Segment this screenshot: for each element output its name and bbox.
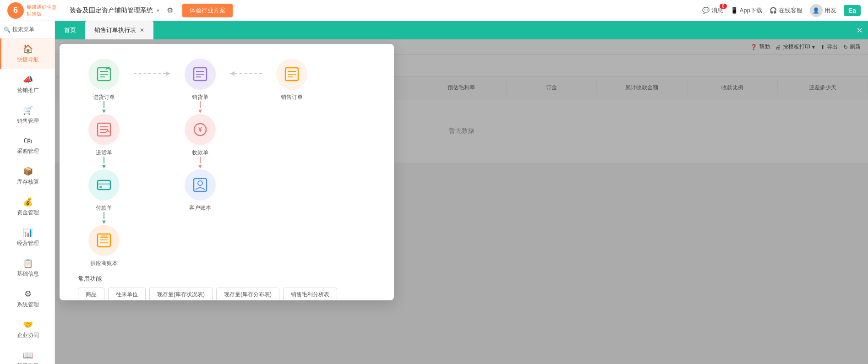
purchase-bill-node[interactable]: 进货单 — [74, 114, 134, 157]
arrow-v1: ▼ — [101, 101, 107, 114]
purchase-order-icon — [88, 59, 120, 90]
sidebar-search[interactable]: 🔍 搜索菜单 — [0, 21, 55, 38]
supplier-account-icon — [88, 225, 120, 256]
svg-point-23 — [198, 181, 202, 185]
customer-account-icon — [185, 169, 216, 201]
func-btn-stock-status[interactable]: 现存量(库存状况表) — [149, 288, 213, 300]
search-icon: 🔍 — [4, 27, 11, 33]
sidebar-item-guide[interactable]: 📖 新手引导 — [0, 345, 55, 364]
tabs-bar: 首页 销售订单执行表 ✕ ✕ — [55, 21, 868, 39]
sales-order-icon — [276, 59, 307, 90]
func-btn-stock-dist[interactable]: 现存量(库存分布表) — [216, 288, 279, 300]
box-icon: 📦 — [23, 166, 33, 176]
app-download-button[interactable]: 📱 App下载 — [731, 6, 762, 15]
money-icon: 💰 — [23, 197, 33, 207]
sales-bill-icon — [185, 59, 216, 90]
handshake-icon: 🤝 — [23, 320, 33, 330]
system-title-dropdown[interactable]: ▾ — [157, 7, 159, 14]
sidebar-item-sales[interactable]: 🛒 销售管理 — [0, 100, 55, 130]
tab-home[interactable]: 首页 — [55, 21, 85, 39]
receipt-node[interactable]: ¥ 收款单 — [170, 114, 230, 157]
message-icon: 💬 — [702, 7, 710, 14]
h-arrow-col1: ▶ — [134, 59, 170, 267]
content-area: 首页 销售订单执行表 ✕ ✕ ❓ 帮助 🖨 — [55, 21, 868, 364]
left-col: 进货订单 ▼ — [74, 59, 134, 267]
right-col: 销货单 ▼ ¥ — [170, 59, 230, 267]
purchase-bill-icon — [88, 114, 120, 145]
sidebar-item-basic-info[interactable]: 📋 基础信息 — [0, 253, 55, 283]
func-btn-sales-margin[interactable]: 销售毛利分析表 — [283, 288, 337, 300]
online-service-button[interactable]: 🎧 在线客服 — [770, 6, 802, 15]
sales-order-col: 销售订单 — [262, 59, 322, 267]
sidebar-item-purchase[interactable]: 🛍 采购管理 — [0, 130, 55, 161]
arrow-v2: ▼ — [101, 157, 107, 169]
gear-icon: ⚙ — [24, 289, 32, 299]
common-funcs-title: 常用功能 — [78, 275, 376, 283]
top-bar-right: 💬 消息 6 📱 App下载 🎧 在线客服 👤 用友 Ea — [702, 4, 861, 17]
func-btn-partner[interactable]: 往来单位 — [108, 288, 146, 300]
svg-rect-10 — [99, 186, 102, 188]
func-buttons: 商品 往来单位 现存量(库存状况表) 现存量(库存分布表) 销售毛利分析表 商品… — [78, 288, 376, 300]
logo-icon: 6 — [7, 2, 24, 19]
close-all-icon[interactable]: ✕ — [857, 26, 863, 35]
download-icon: 📱 — [731, 7, 738, 14]
customer-account-node[interactable]: 客户账本 — [170, 169, 230, 212]
message-button[interactable]: 💬 消息 6 — [702, 6, 723, 15]
headset-icon: 🎧 — [770, 7, 777, 14]
tab-close-icon[interactable]: ✕ — [140, 27, 144, 33]
receipt-icon: ¥ — [185, 114, 216, 145]
avatar: 👤 — [810, 4, 823, 17]
svg-rect-9 — [98, 183, 110, 185]
payment-icon — [88, 169, 120, 201]
logo-text: 畅康通好生意 标准版 — [27, 4, 57, 17]
h-arrow-col2: ◀ — [230, 59, 262, 267]
sidebar-item-quick-nav[interactable]: 🏠 快捷导航 — [0, 38, 55, 69]
top-bar: 6 畅康通好生意 标准版 装备及固定资产辅助管理系统 ▾ ⚙ 体验行业方案 💬 … — [0, 0, 868, 21]
clipboard-icon: 📋 — [23, 258, 33, 268]
tab-sales-order-exec[interactable]: 销售订单执行表 ✕ — [85, 21, 153, 39]
megaphone-icon: 📣 — [23, 75, 33, 85]
message-badge: 6 — [720, 4, 727, 9]
sidebar-item-finance[interactable]: 💰 资金管理 — [0, 191, 55, 222]
ea-badge: Ea — [844, 5, 861, 16]
flow-popup: 进货订单 ▼ — [60, 44, 394, 300]
home-icon: 🏠 — [23, 44, 33, 54]
arrow-v4: ▼ — [197, 101, 203, 114]
shopping-icon: 🛍 — [24, 136, 32, 146]
flow-popup-overlay[interactable]: 进货订单 ▼ — [55, 39, 868, 364]
arrow-v5: ▼ — [197, 157, 203, 169]
supplier-account-node[interactable]: 供应商账本 — [74, 225, 134, 267]
sidebar-item-marketing[interactable]: 📣 营销推广 — [0, 69, 55, 100]
purchase-order-node[interactable]: 进货订单 — [74, 59, 134, 101]
arrow-v3: ▼ — [101, 212, 107, 225]
sidebar: 🔍 搜索菜单 🏠 快捷导航 📣 营销推广 🛒 销售管理 🛍 采购管理 📦 — [0, 21, 55, 364]
system-title: 装备及固定资产辅助管理系统 — [70, 6, 153, 15]
book-icon: 📖 — [23, 350, 33, 360]
trial-button[interactable]: 体验行业方案 — [182, 4, 233, 17]
main-layout: 🔍 搜索菜单 🏠 快捷导航 📣 营销推广 🛒 销售管理 🛍 采购管理 📦 — [0, 21, 868, 364]
top-bar-left: 6 畅康通好生意 标准版 装备及固定资产辅助管理系统 ▾ ⚙ 体验行业方案 — [7, 2, 233, 19]
user-area[interactable]: 👤 用友 — [810, 4, 836, 17]
cart-icon: 🛒 — [23, 105, 33, 115]
sales-order-node[interactable]: 销售订单 — [262, 59, 322, 101]
logo-area: 6 畅康通好生意 标准版 — [7, 2, 62, 19]
app-container: 6 畅康通好生意 标准版 装备及固定资产辅助管理系统 ▾ ⚙ 体验行业方案 💬 … — [0, 0, 868, 364]
settings-icon[interactable]: ⚙ — [167, 6, 173, 15]
sales-bill-node[interactable]: 销货单 — [170, 59, 230, 101]
sidebar-item-enterprise[interactable]: 🤝 企业协同 — [0, 314, 55, 345]
sidebar-item-operations[interactable]: 📊 经营管理 — [0, 222, 55, 253]
sidebar-item-inventory[interactable]: 📦 库存核算 — [0, 161, 55, 191]
page-content: ❓ 帮助 🖨 按模板打印 ▾ ⬆ 导出 ↻ 刷新 — [55, 39, 868, 364]
sidebar-item-system[interactable]: ⚙ 系统管理 — [0, 283, 55, 314]
common-funcs: 常用功能 商品 往来单位 现存量(库存状况表) 现存量(库存分布表) 销售毛利分… — [71, 275, 383, 300]
func-btn-product[interactable]: 商品 — [78, 288, 104, 300]
payment-node[interactable]: 付款单 — [74, 169, 134, 212]
chart-icon: 📊 — [23, 228, 33, 238]
svg-text:¥: ¥ — [198, 126, 202, 133]
flow-diagram: 进货订单 ▼ — [71, 55, 383, 267]
svg-rect-15 — [101, 235, 107, 237]
